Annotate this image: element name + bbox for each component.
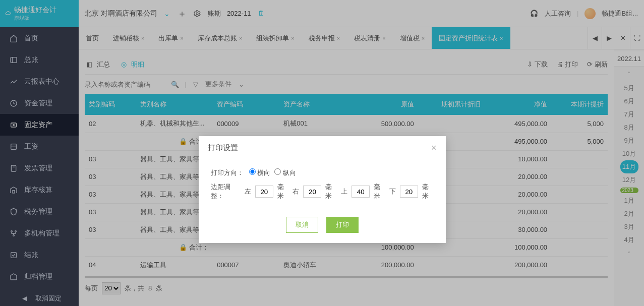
margin-label: 边距调整： bbox=[211, 182, 241, 201]
margin-left[interactable] bbox=[255, 186, 273, 198]
close-icon[interactable]: × bbox=[431, 143, 437, 153]
orient-vertical[interactable]: 纵向 bbox=[274, 168, 296, 177]
direction-label: 打印方向： bbox=[211, 168, 245, 177]
modal-title: 打印设置 bbox=[208, 143, 238, 153]
margin-bottom[interactable] bbox=[400, 186, 418, 198]
orient-horizontal[interactable]: 横向 bbox=[249, 168, 271, 177]
margin-right[interactable] bbox=[303, 186, 321, 198]
print-confirm-button[interactable]: 打印 bbox=[326, 217, 359, 233]
print-settings-modal: 打印设置 × 打印方向： 横向 纵向 边距调整： 左毫米 右毫米 上毫米 下毫米… bbox=[199, 136, 446, 243]
cancel-button[interactable]: 取消 bbox=[286, 217, 318, 233]
margin-top[interactable] bbox=[352, 186, 370, 198]
